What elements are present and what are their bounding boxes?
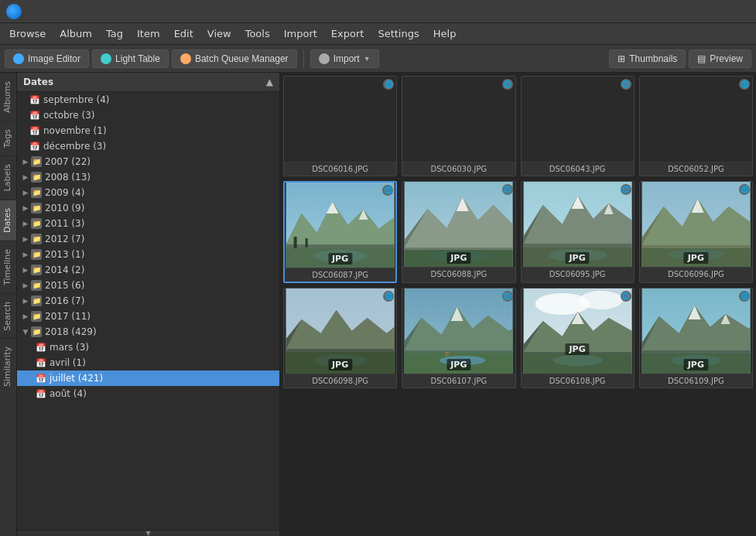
menu-item[interactable]: Item (131, 26, 166, 42)
image-editor-button[interactable]: Image Editor (5, 50, 89, 68)
tree-item-aout[interactable]: 📅 août (4) (17, 386, 279, 401)
tree-item-2008[interactable]: ▶ 📁 2008 (13) (17, 169, 279, 185)
tree-item-decembre[interactable]: 📅 décembre (3) (17, 138, 279, 154)
jpg-badge: JPG (328, 359, 352, 370)
thumb-label: DSC06052.JPG (640, 162, 752, 176)
menu-tools[interactable]: Tools (239, 26, 276, 42)
preview-button[interactable]: ▤ Preview (689, 50, 751, 68)
thumb-dsc06107[interactable]: 🌐 JPG DSC06107.JPG (402, 288, 515, 388)
calendar-icon: 📅 (36, 388, 46, 399)
thumbnails-button[interactable]: ⊞ Thumbnails (609, 50, 686, 68)
side-tab-search[interactable]: Search (0, 293, 16, 339)
thumb-dsc06108[interactable]: 🌐 JPG DSC06108.JPG (521, 288, 635, 388)
tree-item-2011[interactable]: ▶ 📁 2011 (3) (17, 216, 279, 231)
menu-album[interactable]: Album (53, 26, 98, 42)
svg-rect-1 (405, 77, 513, 162)
thumb-label: DSC06109.JPG (640, 374, 752, 387)
side-tab-timeline[interactable]: Timeline (0, 241, 16, 293)
toolbar-separator (303, 50, 304, 68)
collapse-arrow: ▶ (20, 265, 31, 275)
svg-point-48 (579, 291, 622, 309)
tree-item-2013[interactable]: ▶ 📁 2013 (1) (17, 247, 279, 262)
menu-help[interactable]: Help (427, 26, 463, 42)
tree-item-2015[interactable]: ▶ 📁 2015 (6) (17, 278, 279, 293)
thumb-dsc06096[interactable]: 🌐 JPG DSC06096.JPG (639, 181, 753, 283)
globe-icon: 🌐 (739, 184, 750, 195)
menu-view[interactable]: View (201, 26, 238, 42)
menu-settings[interactable]: Settings (371, 26, 425, 42)
batch-queue-button[interactable]: Batch Queue Manager (172, 50, 297, 68)
import-icon (319, 53, 330, 64)
folder-icon: 📁 (31, 156, 42, 167)
tree-item-2017[interactable]: ▶ 📁 2017 (11) (17, 309, 279, 324)
jpg-badge: JPG (328, 253, 352, 265)
thumb-label: DSC06043.JPG (522, 162, 634, 176)
title-bar (0, 0, 756, 23)
menu-edit[interactable]: Edit (168, 26, 200, 42)
globe-icon: 🌐 (621, 184, 631, 195)
light-table-button[interactable]: Light Table (92, 50, 169, 68)
side-tab-tags[interactable]: Tags (0, 121, 16, 155)
thumb-dsc06087[interactable]: 🌐 JPG DSC06087.JPG (283, 181, 397, 283)
thumb-dsc06052[interactable]: 🌐 DSC06052.JPG (639, 76, 753, 176)
folder-icon: 📁 (31, 234, 42, 244)
sidebar-tree[interactable]: 📅 septembre (4) 📅 octobre (3) 📅 novembre… (17, 92, 279, 530)
tree-item-2012[interactable]: ▶ 📁 2012 (7) (17, 231, 279, 247)
svg-rect-53 (523, 353, 631, 374)
sidebar-scroll-up[interactable]: ▲ (266, 77, 273, 87)
tree-item-novembre[interactable]: 📅 novembre (1) (17, 123, 279, 138)
tree-item-2010[interactable]: ▶ 📁 2010 (9) (17, 200, 279, 216)
thumb-dsc06109[interactable]: 🌐 JPG DSC06109.JPG (639, 288, 753, 388)
thumb-dsc06016[interactable]: 🌐 DSC06016.JPG (283, 76, 397, 176)
thumb-label: DSC06107.JPG (402, 374, 515, 387)
batch-queue-icon (180, 53, 191, 64)
side-tab-similarity[interactable]: Similarity (0, 338, 16, 394)
menu-import[interactable]: Import (278, 26, 323, 42)
menu-tag[interactable]: Tag (100, 26, 129, 42)
thumb-label: DSC06108.JPG (522, 374, 634, 387)
folder-icon: 📁 (31, 172, 42, 183)
jpg-badge: JPG (684, 252, 708, 264)
tree-item-2009[interactable]: ▶ 📁 2009 (4) (17, 185, 279, 200)
tree-item-2016[interactable]: ▶ 📁 2016 (7) (17, 293, 279, 309)
thumb-label: DSC06098.JPG (284, 374, 396, 387)
preview-icon: ▤ (697, 53, 706, 64)
calendar-icon: 📅 (36, 357, 46, 368)
menu-browse[interactable]: Browse (3, 26, 52, 42)
thumb-dsc06088[interactable]: 🌐 JPG DSC06088.JPG (402, 181, 515, 283)
thumb-dsc06043[interactable]: 🌐 DSC06043.JPG (521, 76, 635, 176)
folder-icon: 📁 (31, 280, 42, 291)
side-tab-labels[interactable]: Labels (0, 155, 16, 199)
thumb-dsc06030[interactable]: 🌐 DSC06030.JPG (402, 76, 515, 176)
tree-item-2007[interactable]: ▶ 📁 2007 (22) (17, 154, 279, 169)
globe-icon: 🌐 (382, 185, 393, 196)
tree-item-2018[interactable]: ▼ 📁 2018 (429) (17, 324, 279, 340)
tree-item-septembre[interactable]: 📅 septembre (4) (17, 92, 279, 108)
menu-bar: Browse Album Tag Item Edit View Tools Im… (0, 23, 756, 45)
content: 🌐 DSC06016.JPG 🌐 DSC06030.JPG (280, 73, 756, 536)
calendar-icon: 📅 (29, 110, 40, 121)
tree-item-avril[interactable]: 📅 avril (1) (17, 355, 279, 370)
tree-item-2014[interactable]: ▶ 📁 2014 (2) (17, 262, 279, 278)
thumb-label: DSC06088.JPG (402, 267, 515, 281)
folder-icon: 📁 (31, 295, 42, 306)
import-button[interactable]: Import ▼ (310, 50, 379, 68)
globe-icon: 🌐 (502, 291, 513, 302)
toolbar: Image Editor Light Table Batch Queue Man… (0, 45, 756, 73)
thumb-dsc06098[interactable]: 🌐 JPG DSC06098.JPG (283, 288, 397, 388)
jpg-badge: JPG (446, 359, 470, 370)
sidebar-scroll-down[interactable]: ▼ (17, 530, 279, 536)
globe-icon: 🌐 (621, 79, 631, 90)
collapse-arrow: ▶ (20, 234, 31, 244)
side-tab-dates[interactable]: Dates (0, 200, 16, 241)
menu-export[interactable]: Export (325, 26, 371, 42)
thumb-dsc06095[interactable]: 🌐 JPG DSC06095.JPG (521, 181, 635, 283)
jpg-badge: JPG (566, 252, 590, 264)
tree-item-mars[interactable]: 📅 mars (3) (17, 340, 279, 355)
tree-item-juillet[interactable]: 📅 juillet (421) (17, 370, 279, 386)
thumbnail-grid: 🌐 DSC06016.JPG 🌐 DSC06030.JPG (280, 73, 756, 536)
thumb-label: DSC06095.JPG (522, 267, 634, 281)
side-tab-albums[interactable]: Albums (0, 73, 16, 121)
collapse-arrow: ▶ (20, 218, 31, 229)
tree-item-octobre[interactable]: 📅 octobre (3) (17, 108, 279, 123)
